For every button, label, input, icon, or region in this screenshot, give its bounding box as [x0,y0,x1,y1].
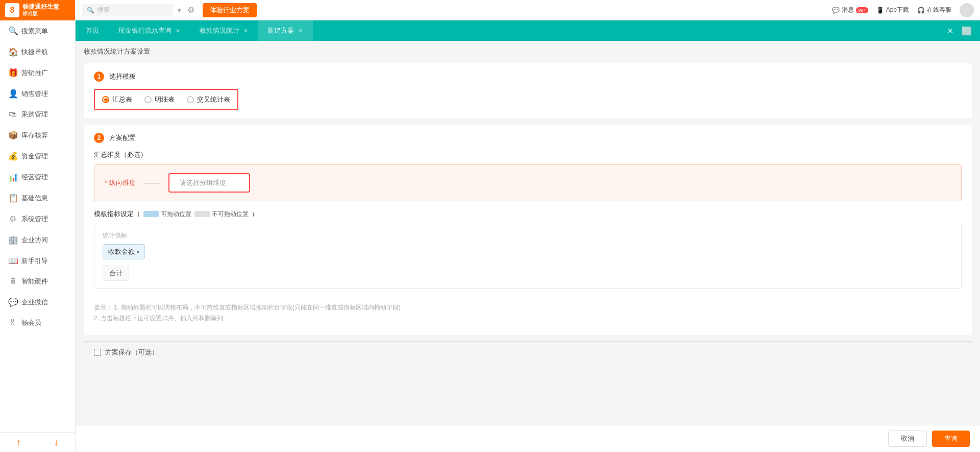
sidebar-item-quick-nav[interactable]: 🏠 快捷导航 [0,41,75,62]
app-download-item[interactable]: 📱 App下载 [876,6,909,14]
sidebar-bottom: ↑ ↓ [0,432,75,452]
sidebar-item-system[interactable]: ⚙ 系统管理 [0,208,75,229]
message-icon: 💬 [832,7,840,14]
save-checkbox[interactable] [94,349,101,356]
search-dropdown-button[interactable]: ▾ [178,6,181,14]
radio-summary-circle [102,96,109,103]
tab-home[interactable]: 首页 [76,20,109,41]
dimension-area: * 纵向维度 —— 请选择分组维度 [94,164,962,201]
cancel-button[interactable]: 取消 [888,431,927,447]
sidebar-item-sales[interactable]: 👤 销售管理 [0,83,75,104]
tab-cashflow[interactable]: 现金银行流水查询 ✕ [109,20,190,41]
tab-receipt-stat-close[interactable]: ✕ [242,27,249,35]
tabbar-actions: ✕ ⬜ [945,25,980,37]
tab-cashflow-close[interactable]: ✕ [175,27,181,35]
metrics-subsection: 模板指标设定（ 可拖动位置 不可拖动位置 ） 统计指标 [94,209,962,289]
sidebar-item-basic-info[interactable]: 📋 基础信息 [0,187,75,208]
metrics-section-title: 模板指标设定（ [94,209,140,219]
query-button[interactable]: 查询 [932,431,970,447]
sidebar-item-member[interactable]: 🎖 畅会员 [0,313,75,333]
radio-detail[interactable]: 明细表 [144,95,175,104]
tab-new-plan[interactable]: 新建方案 ✕ [258,20,313,41]
legend-draggable-item: 可拖动位置 [143,210,191,219]
tab-receipt-stat[interactable]: 收款情况统计 ✕ [190,20,258,41]
user-avatar[interactable] [960,3,974,17]
gift-icon: 🎁 [8,68,17,78]
subtotal-label: 合计 [103,266,129,281]
legend-nodrag-label: 不可拖动位置 [212,210,249,219]
legend-draggable-label: 可拖动位置 [161,210,191,219]
step1-section: 1 选择模板 汇总表 明细表 交叉统计表 [84,63,972,118]
save-label: 方案保存（可选） [105,348,158,357]
close-window-button[interactable]: ✕ [945,25,955,37]
step2-section: 2 方案配置 汇总维度（必选） * 纵向维度 —— 请选择分组维度 [84,125,972,335]
tip-line-1: 提示： 1. 拖动标题栏可以调整布局，不可跨维度或指标区域拖动栏目字段(只能在同… [94,303,962,312]
logo-sub: 标准版 [22,10,59,17]
step1-header: 1 选择模板 [94,72,962,82]
logo-name: 畅捷通好生意 [22,3,59,10]
dimension-arrow: —— [144,178,160,187]
page-content: 收款情况统计方案设置 1 选择模板 汇总表 明细表 [76,41,980,425]
home-icon: 🏠 [8,47,17,57]
settings-gear-icon[interactable]: ⚙ [187,5,194,15]
step1-number: 1 [94,72,104,82]
receipt-amount-chip[interactable]: 收款金额 ▾ [103,244,145,259]
notification-item[interactable]: 💬 消息 99+ [832,6,868,14]
breadcrumb: 收款情况统计方案设置 [84,47,972,56]
metric-chip-row: 收款金额 ▾ [103,244,953,259]
template-options: 汇总表 明细表 交叉统计表 [94,89,238,110]
dimension-selector[interactable]: 请选择分组维度 [168,173,250,193]
radio-cross[interactable]: 交叉统计表 [187,95,230,104]
tabbar: 首页 现金银行流水查询 ✕ 收款情况统计 ✕ 新建方案 ✕ ✕ ⬜ [76,20,980,41]
indicator-label: 统计指标 [103,232,127,239]
online-support-item[interactable]: 🎧 在线客服 [917,6,951,14]
sidebar-item-marketing[interactable]: 🎁 营销推广 [0,62,75,83]
sidebar-item-capital[interactable]: 💰 资金管理 [0,146,75,166]
sidebar-item-inventory[interactable]: 📦 库存核算 [0,125,75,146]
search-box[interactable]: 🔍 搜索 [82,4,174,16]
main-area: 🔍 搜索 ▾ ⚙ 体验行业方案 💬 消息 99+ 📱 App下载 🎧 在线客服 [76,0,980,452]
sidebar-item-enterprise[interactable]: 🏢 企业协同 [0,229,75,250]
radio-detail-circle [144,96,152,103]
gear-icon: ⚙ [8,214,17,224]
expand-icon[interactable]: ↑ [16,437,21,448]
indicator-label-row: 统计指标 [103,231,953,240]
tab-new-plan-close[interactable]: ✕ [297,27,304,35]
medal-icon: 🎖 [8,318,17,327]
collapse-icon[interactable]: ↓ [54,437,59,448]
chip-dropdown-icon: ▾ [137,249,139,255]
search-icon: 🔍 [87,7,94,14]
sidebar-logo: 8 畅捷通好生意 标准版 [0,0,75,20]
vertical-dim-label: * 纵向维度 [105,178,136,187]
footer-actions: 取消 查询 [76,425,980,452]
sidebar-item-wechat[interactable]: 💬 企业微信 [0,292,75,313]
chat-icon: 💬 [8,297,17,307]
search-menu-icon: 🔍 [8,26,17,36]
sidebar-item-guide[interactable]: 📖 新手引导 [0,250,75,271]
topbar-right: 💬 消息 99+ 📱 App下载 🎧 在线客服 [832,3,974,17]
chart-icon: 📊 [8,172,17,182]
maximize-window-button[interactable]: ⬜ [960,25,974,37]
nodrag-legend-box [194,211,210,217]
bag-icon: 🛍 [8,110,17,119]
sidebar-item-search-menu[interactable]: 🔍 搜索菜单 [0,20,75,41]
radio-cross-circle [187,96,194,103]
metrics-section: 统计指标 收款金额 ▾ 合计 [94,224,962,289]
box-icon: 📦 [8,130,17,140]
money-icon: 💰 [8,151,17,161]
step2-label: 方案配置 [109,133,136,142]
sidebar-item-purchase[interactable]: 🛍 采购管理 [0,104,75,125]
step2-header: 2 方案配置 [94,133,962,143]
draggable-legend-box [143,211,159,217]
clipboard-icon: 📋 [8,193,17,203]
dimension-row: * 纵向维度 —— 请选择分组维度 [105,173,951,193]
industry-solution-button[interactable]: 体验行业方案 [203,3,257,17]
sidebar-item-operations[interactable]: 📊 经营管理 [0,166,75,187]
user-icon: 👤 [8,89,17,99]
metric-subtotal-row: 合计 [103,263,953,281]
sidebar-item-hardware[interactable]: 🖥 智能硬件 [0,271,75,292]
search-placeholder: 搜索 [97,6,110,14]
radio-summary[interactable]: 汇总表 [102,95,132,104]
headset-icon: 🎧 [917,7,925,14]
step2-number: 2 [94,133,104,143]
